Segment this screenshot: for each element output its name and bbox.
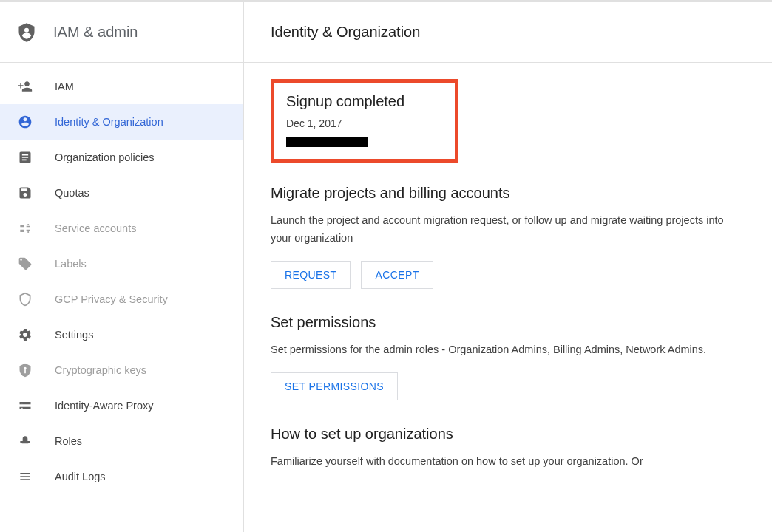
sidebar-header: IAM & admin: [0, 2, 243, 63]
sidebar-item-labels[interactable]: Labels: [0, 246, 243, 282]
accept-button[interactable]: ACCEPT: [361, 261, 433, 289]
nav-label: Settings: [55, 329, 93, 341]
iap-icon: [18, 398, 33, 413]
save-icon: [18, 185, 33, 200]
nav-label: Roles: [55, 435, 82, 447]
permissions-body: Set permissions for the admin roles - Or…: [271, 341, 745, 359]
nav-label: Organization policies: [55, 151, 155, 163]
signup-heading: Signup completed: [286, 93, 443, 110]
sidebar-item-identity-organization[interactable]: Identity & Organization: [0, 104, 243, 140]
iam-admin-shield-icon: [16, 22, 37, 43]
nav-label: GCP Privacy & Security: [55, 293, 168, 305]
add-person-icon: [18, 79, 33, 94]
permissions-section: Set permissions Set permissions for the …: [271, 314, 745, 400]
sidebar-item-service-accounts[interactable]: Service accounts: [0, 211, 243, 246]
set-permissions-button[interactable]: SET PERMISSIONS: [271, 372, 398, 400]
svg-rect-3: [21, 403, 23, 403]
account-circle-icon: [18, 115, 33, 129]
sidebar-item-quotas[interactable]: Quotas: [0, 175, 243, 211]
nav-label: Service accounts: [55, 222, 136, 234]
sidebar-item-cryptographic-keys[interactable]: Cryptographic keys: [0, 352, 243, 388]
sidebar-item-audit-logs[interactable]: Audit Logs: [0, 459, 243, 494]
sidebar: IAM & admin IAM Identity & Organization: [0, 2, 244, 532]
migrate-heading: Migrate projects and billing accounts: [271, 185, 745, 202]
permissions-heading: Set permissions: [271, 314, 745, 331]
nav-label: Identity & Organization: [55, 116, 163, 128]
sidebar-item-roles[interactable]: Roles: [0, 423, 243, 459]
hat-icon: [18, 434, 33, 449]
nav-label: IAM: [55, 81, 74, 92]
redacted-text: [286, 137, 368, 147]
article-icon: [18, 150, 33, 165]
product-title: IAM & admin: [53, 24, 138, 41]
howto-heading: How to set up organizations: [271, 426, 745, 443]
svg-point-2: [27, 231, 29, 233]
howto-body: Familiarize yourself with documentation …: [271, 453, 745, 471]
sidebar-item-identity-aware-proxy[interactable]: Identity-Aware Proxy: [0, 388, 243, 423]
nav-label: Audit Logs: [55, 471, 106, 482]
gear-icon: [18, 327, 33, 342]
signup-date: Dec 1, 2017: [286, 117, 443, 129]
howto-section: How to set up organizations Familiarize …: [271, 426, 745, 471]
page-header: Identity & Organization: [244, 2, 772, 63]
list-icon: [18, 469, 33, 484]
sidebar-item-gcp-privacy-security[interactable]: GCP Privacy & Security: [0, 282, 243, 317]
sidebar-item-organization-policies[interactable]: Organization policies: [0, 140, 243, 175]
tag-icon: [18, 256, 33, 271]
migrate-body: Launch the project and account migration…: [271, 212, 745, 248]
service-accounts-icon: [18, 221, 33, 236]
sidebar-nav: IAM Identity & Organization Organization…: [0, 63, 243, 494]
signup-completed-box: Signup completed Dec 1, 2017: [271, 79, 458, 163]
nav-label: Quotas: [55, 187, 89, 199]
sidebar-item-iam[interactable]: IAM: [0, 69, 243, 104]
nav-label: Labels: [55, 258, 87, 270]
nav-label: Cryptographic keys: [55, 364, 146, 376]
page-title: Identity & Organization: [271, 24, 420, 41]
shield-key-icon: [18, 363, 33, 378]
request-button[interactable]: REQUEST: [271, 261, 351, 289]
svg-rect-4: [21, 408, 23, 409]
main-content: Identity & Organization Signup completed…: [244, 2, 772, 532]
svg-point-1: [27, 224, 29, 225]
nav-label: Identity-Aware Proxy: [55, 400, 154, 412]
svg-point-0: [24, 27, 29, 32]
migrate-section: Migrate projects and billing accounts La…: [271, 185, 745, 289]
sidebar-item-settings[interactable]: Settings: [0, 317, 243, 352]
shield-outline-icon: [18, 292, 33, 307]
